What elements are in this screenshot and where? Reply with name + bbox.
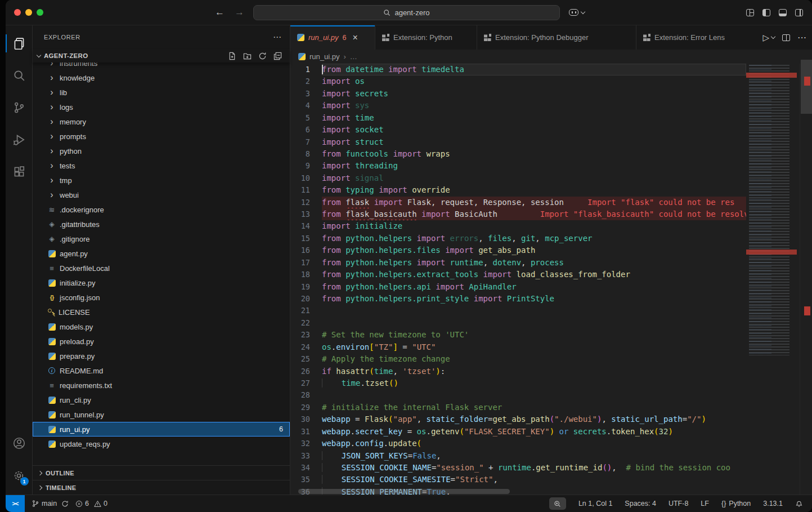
tab-extension-error-lens[interactable]: Extension: Error Lens xyxy=(636,25,757,50)
code-text[interactable]: from python.helpers.api import ApiHandle… xyxy=(322,281,746,293)
navigate-forward-button[interactable]: → xyxy=(235,7,244,18)
code-text[interactable]: from flask_basicauth import BasicAuth Im… xyxy=(322,208,746,220)
code-line[interactable]: 23# Set the new timezone to 'UTC' xyxy=(290,329,746,341)
code-line[interactable]: 17from python.helpers import runtime, do… xyxy=(290,257,746,269)
tree-item-logs[interactable]: ›logs xyxy=(33,100,290,114)
line-number[interactable]: 35 xyxy=(290,474,322,486)
tab-extension-python[interactable]: Extension: Python xyxy=(375,25,477,50)
tree-item-lib[interactable]: ›lib xyxy=(33,85,290,100)
tree-item-jsconfig-json[interactable]: {}jsconfig.json xyxy=(33,290,290,305)
line-number[interactable]: 31 xyxy=(290,426,322,438)
tree-item-initialize-py[interactable]: initialize.py xyxy=(33,275,290,290)
tree-item--dockerignore[interactable]: ≋.dockerignore xyxy=(33,202,290,217)
code-line[interactable]: 12from flask import Flask, request, Resp… xyxy=(290,197,746,208)
language-mode[interactable]: {} Python xyxy=(721,500,751,507)
cursor-position[interactable]: Ln 1, Col 1 xyxy=(578,500,612,507)
line-number[interactable]: 12 xyxy=(290,197,322,208)
code-line[interactable]: 22 xyxy=(290,317,746,329)
code-text[interactable]: from python.helpers import runtime, dote… xyxy=(322,257,746,269)
collapse-all-icon[interactable] xyxy=(273,52,282,60)
line-number[interactable]: 1 xyxy=(290,64,322,75)
code-line[interactable]: 13from flask_basicauth import BasicAuth … xyxy=(290,208,746,220)
bell-icon[interactable] xyxy=(795,500,803,507)
line-number[interactable]: 29 xyxy=(290,402,322,413)
code-text[interactable]: SESSION_COOKIE_SAMESITE="Strict", xyxy=(322,474,746,486)
customize-layout-icon[interactable] xyxy=(746,9,754,16)
line-number[interactable]: 10 xyxy=(290,172,322,184)
code-text[interactable]: import sys xyxy=(322,100,746,112)
code-line[interactable]: 30webapp = Flask("app", static_folder=ge… xyxy=(290,413,746,425)
code-line[interactable]: 3import secrets xyxy=(290,88,746,100)
tree-item-update-reqs-py[interactable]: update_reqs.py xyxy=(33,437,290,451)
line-number[interactable]: 20 xyxy=(290,293,322,305)
line-number[interactable]: 19 xyxy=(290,281,322,293)
line-number[interactable]: 26 xyxy=(290,366,322,377)
code-text[interactable]: from functools import wraps xyxy=(322,148,746,160)
sidebar-item-extensions[interactable] xyxy=(6,158,33,185)
minimize-window-button[interactable] xyxy=(25,9,32,16)
vertical-scrollbar[interactable] xyxy=(801,60,812,114)
toggle-primary-sidebar-icon[interactable] xyxy=(762,9,770,16)
code-text[interactable] xyxy=(322,389,746,401)
line-number[interactable]: 17 xyxy=(290,257,322,269)
code-text[interactable]: import os xyxy=(322,75,746,87)
line-number[interactable]: 34 xyxy=(290,462,322,474)
eol-setting[interactable]: LF xyxy=(701,500,709,507)
line-number[interactable]: 11 xyxy=(290,184,322,196)
line-number[interactable]: 18 xyxy=(290,269,322,281)
code-text[interactable]: webapp.secret_key = os.getenv("FLASK_SEC… xyxy=(322,426,746,438)
line-number[interactable]: 30 xyxy=(290,413,322,425)
line-number[interactable]: 25 xyxy=(290,353,322,365)
code-text[interactable]: import initialize xyxy=(322,220,746,232)
code-text[interactable]: import threading xyxy=(322,160,746,172)
minimap[interactable] xyxy=(746,64,800,495)
code-text[interactable]: import time xyxy=(322,112,746,124)
breadcrumb[interactable]: run_ui.py › … xyxy=(290,50,812,64)
tree-item-tmp[interactable]: ›tmp xyxy=(33,173,290,188)
line-number[interactable]: 33 xyxy=(290,450,322,462)
tree-item-prepare-py[interactable]: prepare.py xyxy=(33,349,290,363)
line-number[interactable]: 3 xyxy=(290,88,322,100)
line-number[interactable]: 2 xyxy=(290,75,322,87)
line-number[interactable]: 6 xyxy=(290,124,322,136)
close-tab-icon[interactable]: × xyxy=(352,33,357,43)
code-line[interactable]: 11from typing import override xyxy=(290,184,746,196)
code-text[interactable]: webapp = Flask("app", static_folder=get_… xyxy=(322,413,746,425)
code-text[interactable]: import struct xyxy=(322,136,746,148)
code-line[interactable]: 33 JSON_SORT_KEYS=False, xyxy=(290,450,746,462)
code-line[interactable]: 15from python.helpers import errors, fil… xyxy=(290,233,746,244)
code-line[interactable]: 5import time xyxy=(290,112,746,124)
line-number[interactable]: 13 xyxy=(290,208,322,220)
code-text[interactable]: # initialize the internal Flask server xyxy=(322,402,746,413)
tree-item-memory[interactable]: ›memory xyxy=(33,114,290,129)
encoding-setting[interactable]: UTF-8 xyxy=(669,500,688,507)
code-text[interactable]: from datetime import timedelta xyxy=(322,64,746,75)
code-line[interactable]: 2import os xyxy=(290,75,746,87)
sidebar-item-source-control[interactable] xyxy=(6,94,33,121)
tree-item--gitignore[interactable]: ◈.gitignore xyxy=(33,231,290,246)
tree-item-prompts[interactable]: ›prompts xyxy=(33,129,290,144)
code-text[interactable]: JSON_SORT_KEYS=False, xyxy=(322,450,746,462)
tree-item-requirements-txt[interactable]: ≡requirements.txt xyxy=(33,378,290,393)
traffic-lights[interactable] xyxy=(14,9,53,16)
code-text[interactable]: import signal xyxy=(322,172,746,184)
code-line[interactable]: 18from python.helpers.extract_tools impo… xyxy=(290,269,746,281)
more-actions-icon[interactable]: ⋯ xyxy=(797,32,806,43)
code-line[interactable]: 14import initialize xyxy=(290,220,746,232)
code-text[interactable]: import socket xyxy=(322,124,746,136)
tree-item-license[interactable]: LICENSE xyxy=(33,305,290,319)
tree-item-dockerfilelocal[interactable]: ≡DockerfileLocal xyxy=(33,261,290,275)
code-line[interactable]: 24os.environ["TZ"] = "UTC" xyxy=(290,341,746,353)
tree-item-run-ui-py[interactable]: run_ui.py6 xyxy=(33,422,290,437)
line-number[interactable]: 22 xyxy=(290,317,322,329)
accounts-button[interactable] xyxy=(6,430,33,457)
line-number[interactable]: 15 xyxy=(290,233,322,244)
toggle-secondary-sidebar-icon[interactable] xyxy=(795,9,803,16)
code-line[interactable]: 16from python.helpers.files import get_a… xyxy=(290,244,746,256)
new-file-icon[interactable] xyxy=(228,52,236,60)
code-line[interactable]: 7import struct xyxy=(290,136,746,148)
indentation-setting[interactable]: Spaces: 4 xyxy=(625,500,656,507)
command-center-search[interactable]: agent-zero xyxy=(253,5,560,20)
sync-icon[interactable] xyxy=(61,500,69,507)
code-line[interactable]: 19from python.helpers.api import ApiHand… xyxy=(290,281,746,293)
